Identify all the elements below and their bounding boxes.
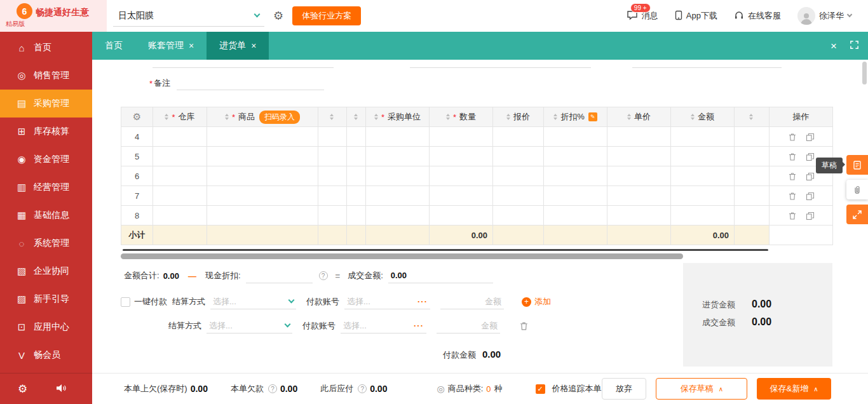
settle-method-select[interactable]: 选择... — [207, 318, 292, 333]
save-draft-button[interactable]: 保存草稿 ∧ — [656, 378, 747, 400]
settings-gear-icon[interactable]: ⚙ — [18, 382, 27, 396]
online-service-button[interactable]: 在线客服 — [734, 10, 781, 22]
column-quote[interactable]: 报价 — [493, 107, 544, 127]
add-payment-button[interactable]: + 添加 — [522, 296, 551, 307]
sort-icon[interactable] — [749, 114, 753, 120]
remark-input[interactable] — [177, 76, 324, 90]
deal-amount-input[interactable]: 0.00 — [388, 268, 493, 283]
copy-row-button[interactable] — [806, 212, 815, 220]
attachment-button[interactable] — [846, 180, 868, 199]
delete-payment-button[interactable] — [519, 321, 529, 331]
column-hidden[interactable] — [347, 107, 366, 127]
copy-row-button[interactable] — [806, 172, 815, 181]
settle-method-select[interactable]: 选择... — [210, 294, 296, 309]
close-icon[interactable]: × — [251, 41, 256, 51]
delete-row-button[interactable] — [788, 152, 797, 161]
vertical-scrollbar[interactable] — [862, 62, 867, 84]
horizontal-scrollbar[interactable] — [121, 253, 683, 259]
app-download-button[interactable]: App下载 — [675, 10, 717, 22]
sidebar-item-inventory[interactable]: ⊞ 库存核算 — [0, 118, 92, 145]
sort-icon[interactable] — [691, 114, 695, 120]
sidebar-item-guide[interactable]: ▨ 新手引导 — [0, 285, 92, 313]
price-track-option[interactable]: ✓ 价格追踪本单 — [536, 383, 602, 394]
copy-row-button[interactable] — [806, 133, 815, 142]
column-hidden[interactable] — [318, 107, 347, 127]
sidebar-item-purchase[interactable]: ▤ 采购管理 — [0, 90, 92, 118]
tab-purchase-order[interactable]: 进货单 × — [207, 32, 269, 60]
help-question-icon[interactable]: ? — [319, 271, 328, 280]
column-discount[interactable]: 折扣%✎ — [544, 107, 607, 127]
purchase-amount-label: 进货金额 — [702, 299, 742, 311]
draft-button[interactable] — [846, 155, 868, 175]
sort-icon[interactable] — [165, 114, 168, 120]
column-hidden[interactable] — [735, 107, 770, 127]
price-track-checkbox[interactable]: ✓ — [536, 384, 545, 394]
tab-account-books[interactable]: 账套管理 × — [135, 32, 207, 60]
fullscreen-icon[interactable] — [850, 40, 859, 51]
delete-row-button[interactable] — [788, 212, 797, 220]
column-settings-gear-icon[interactable]: ⚙ — [133, 111, 141, 123]
form-field-partial[interactable] — [410, 60, 591, 68]
column-quantity[interactable]: *数量 — [430, 107, 493, 127]
sidebar-item-sales[interactable]: ◎ 销售管理 — [0, 62, 92, 90]
scan-input-button[interactable]: 扫码录入 — [259, 111, 300, 124]
sidebar-item-label: 企业协同 — [34, 266, 69, 277]
copy-row-button[interactable] — [806, 152, 815, 161]
sort-icon[interactable] — [354, 114, 358, 120]
delete-row-button[interactable] — [788, 192, 797, 201]
sidebar-item-app-center[interactable]: ⊡ 应用中心 — [0, 313, 92, 341]
speaker-icon[interactable] — [55, 383, 67, 395]
copy-row-button[interactable] — [806, 192, 815, 201]
pay-account-select[interactable]: 选择... ··· — [344, 294, 430, 309]
pay-account-select[interactable]: 选择... ··· — [341, 318, 426, 333]
column-warehouse[interactable]: *仓库 — [153, 107, 207, 127]
sort-icon[interactable] — [506, 114, 510, 120]
settle-method-label: 结算方式 — [168, 320, 201, 332]
sidebar-item-basic-info[interactable]: ▦ 基础信息 — [0, 201, 92, 229]
delete-row-button[interactable] — [788, 133, 797, 142]
industry-solution-button[interactable]: 体验行业方案 — [292, 6, 361, 25]
discard-button[interactable]: 放弃 — [602, 378, 647, 400]
form-field-partial[interactable] — [632, 60, 782, 68]
sort-icon[interactable] — [627, 114, 631, 120]
account-book-select[interactable]: 日太阳膜 — [113, 5, 264, 27]
column-amount[interactable]: 金额 — [671, 107, 735, 127]
form-field-partial[interactable] — [153, 60, 334, 68]
sidebar-item-system[interactable]: ◌ 系统管理 — [0, 229, 92, 257]
column-purchase-unit[interactable]: *采购单位 — [366, 107, 430, 127]
help-question-icon[interactable]: ? — [268, 384, 277, 393]
more-options-icon[interactable]: ··· — [417, 297, 428, 306]
expand-button[interactable] — [846, 205, 868, 224]
save-and-new-button[interactable]: 保存&新增 ∧ — [757, 378, 831, 400]
brand-logo[interactable]: 6 畅捷通好生意 精易版 — [0, 0, 107, 32]
more-options-icon[interactable]: ··· — [414, 321, 424, 330]
pay-amount-input[interactable]: 金额 — [440, 294, 504, 309]
pay-amount-input[interactable]: 金额 — [437, 318, 500, 333]
user-menu[interactable]: 徐泽华 — [797, 7, 851, 25]
column-product[interactable]: *商品扫码录入 — [207, 107, 318, 127]
sidebar-item-home[interactable]: ⌂ 首页 — [0, 34, 92, 62]
help-question-icon[interactable]: ? — [358, 384, 367, 393]
cash-discount-input[interactable] — [246, 268, 313, 283]
cash-discount-label: 现金折扣: — [205, 270, 241, 281]
sort-icon[interactable] — [330, 114, 334, 120]
delete-row-button[interactable] — [788, 172, 797, 181]
sidebar-item-member[interactable]: V 畅会员 — [0, 341, 92, 369]
sidebar-item-collaboration[interactable]: ▧ 企业协同 — [0, 257, 92, 285]
sidebar-item-funds[interactable]: ◉ 资金管理 — [0, 145, 92, 173]
close-icon[interactable]: × — [831, 41, 837, 51]
account-settings-gear-icon[interactable]: ⚙ — [273, 10, 283, 22]
sidebar-item-operation[interactable]: ▥ 经营管理 — [0, 173, 92, 201]
bottombar: 本单上欠(保存时) 0.00 本单欠款 ? 0.00 此后应付 ? 0.00 ◎… — [92, 373, 868, 404]
sort-icon[interactable] — [446, 114, 450, 120]
sort-icon[interactable] — [553, 114, 557, 120]
sort-icon[interactable] — [225, 114, 229, 120]
sort-icon[interactable] — [374, 114, 378, 120]
close-icon[interactable]: × — [189, 41, 194, 51]
column-unit-price[interactable]: 单价 — [607, 107, 671, 127]
messages-button[interactable]: 99 + 消息 — [627, 10, 658, 22]
tab-home[interactable]: 首页 — [92, 32, 135, 60]
edit-pencil-icon[interactable]: ✎ — [588, 112, 597, 121]
row-number: 4 — [121, 127, 153, 147]
one-click-pay-checkbox[interactable] — [121, 297, 130, 307]
